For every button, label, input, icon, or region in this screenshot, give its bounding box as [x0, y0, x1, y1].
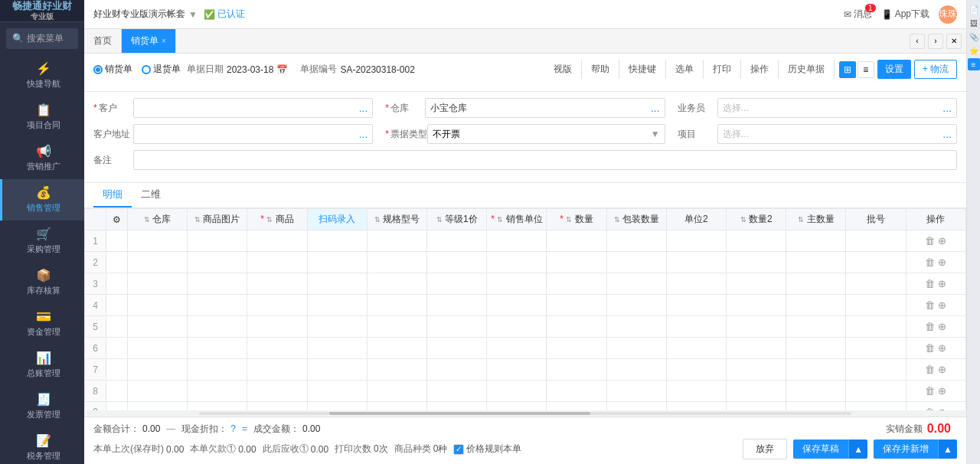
copy-icon[interactable]: ⊕: [938, 257, 946, 268]
sidebar-item-funds[interactable]: 💳 资金管理: [0, 303, 84, 345]
sidebar-item-invoicing[interactable]: 🧾 发票管理: [0, 386, 84, 427]
tab-detail[interactable]: 明细: [93, 183, 132, 207]
tab-next-btn[interactable]: ›: [928, 34, 943, 49]
row-actions[interactable]: 🗑⊕: [906, 295, 965, 316]
tab-prev-btn[interactable]: ‹: [910, 34, 925, 49]
help-icon[interactable]: ?: [230, 423, 236, 434]
sidebar-item-quick-nav[interactable]: ⚡ 快捷导航: [0, 55, 84, 96]
logistics-btn[interactable]: + 物流: [914, 60, 957, 79]
delete-icon[interactable]: 🗑: [925, 321, 935, 332]
row-actions[interactable]: 🗑⊕: [906, 381, 965, 402]
sidebar-item-inventory[interactable]: 📦 库存核算: [0, 262, 84, 303]
row-actions[interactable]: 🗑⊕: [906, 402, 965, 411]
customer-input[interactable]: ...: [133, 98, 373, 118]
salesman-field: 业务员 选择... ...: [678, 98, 957, 118]
scroll-thumb[interactable]: [329, 412, 590, 415]
col-settings[interactable]: ⚙: [106, 209, 128, 230]
delete-icon[interactable]: 🗑: [925, 385, 935, 397]
copy-icon[interactable]: ⊕: [938, 299, 946, 311]
scroll-track[interactable]: [199, 412, 851, 415]
radio-return-order[interactable]: 退货单: [142, 63, 181, 76]
row-actions[interactable]: 🗑⊕: [906, 273, 965, 295]
help-btn[interactable]: 帮助: [586, 60, 614, 79]
tab-home[interactable]: 首页: [84, 29, 122, 53]
tab-sale-order[interactable]: 销货单 ×: [122, 29, 176, 53]
delete-icon[interactable]: 🗑: [925, 278, 935, 289]
amount-total: 金额合计： 0.00: [93, 423, 160, 436]
sidebar-label: 税务管理: [27, 450, 60, 462]
list-view-btn[interactable]: ≡: [858, 61, 874, 78]
row-actions[interactable]: 🗑⊕: [906, 230, 965, 252]
right-panel-icon-4[interactable]: ⭐: [968, 44, 980, 57]
remark-input[interactable]: [133, 150, 957, 170]
warehouse-input[interactable]: 小宝仓库 ...: [425, 98, 665, 118]
sidebar-item-tax[interactable]: 📝 税务管理: [0, 427, 84, 464]
save-new-btn[interactable]: 保存并新增: [874, 439, 938, 459]
col-barcode-scan[interactable]: 扫码录入: [307, 209, 367, 230]
history-btn[interactable]: 历史单据: [783, 60, 829, 79]
sidebar-item-sales[interactable]: 💰 销售管理: [0, 179, 84, 221]
salesman-input[interactable]: 选择... ...: [717, 98, 957, 118]
tab-close-icon[interactable]: ×: [162, 37, 166, 45]
tabbar: 首页 销货单 × ‹ › ✕: [84, 29, 966, 54]
salesman-picker-btn[interactable]: ...: [942, 102, 952, 114]
address-input[interactable]: ...: [133, 124, 373, 144]
abandon-btn[interactable]: 放弃: [743, 439, 787, 459]
operation-btn[interactable]: 操作: [746, 60, 773, 79]
row-actions[interactable]: 🗑⊕: [906, 338, 965, 359]
company-selector[interactable]: 好业财专业版演示帐套 ▼: [93, 8, 198, 21]
right-panel-icon-1[interactable]: 📄: [968, 3, 980, 15]
receivable-info: 此后应收① 0.00: [263, 443, 328, 456]
project-input[interactable]: 选择... ...: [717, 124, 957, 144]
sidebar-search[interactable]: 🔍 搜索菜单: [0, 22, 84, 55]
sidebar-item-purchase[interactable]: 🛒 采购管理: [0, 221, 84, 262]
save-draft-btn[interactable]: 保存草稿: [793, 439, 848, 459]
copy-icon[interactable]: ⊕: [938, 385, 946, 397]
project-picker-btn[interactable]: ...: [942, 128, 952, 140]
copy-icon[interactable]: ⊕: [938, 235, 946, 247]
price-check-checkbox[interactable]: [453, 444, 464, 455]
row-actions[interactable]: 🗑⊕: [906, 359, 965, 381]
tab-close-btn[interactable]: ✕: [946, 34, 962, 49]
right-panel-icon-2[interactable]: 🖼: [968, 17, 980, 29]
save-new-arrow-btn[interactable]: ▲: [938, 439, 957, 459]
search-button[interactable]: 🔍 搜索菜单: [6, 28, 78, 49]
right-panel-icon-5[interactable]: ≡: [968, 58, 980, 70]
delete-icon[interactable]: 🗑: [925, 299, 935, 311]
tab-2d[interactable]: 二维: [132, 183, 170, 207]
settings-btn[interactable]: 设置: [877, 60, 911, 79]
copy-icon[interactable]: ⊕: [938, 342, 946, 354]
delete-icon[interactable]: 🗑: [925, 257, 935, 268]
shortcuts-btn[interactable]: 快捷键: [624, 60, 661, 79]
marketing-icon: 📢: [36, 144, 51, 158]
address-picker-btn[interactable]: ...: [359, 128, 368, 140]
sort-icon7: ⇅: [566, 216, 572, 224]
sidebar-item-marketing[interactable]: 📢 营销推广: [0, 138, 84, 179]
row-actions[interactable]: 🗑⊕: [906, 252, 965, 273]
warehouse-picker-btn[interactable]: ...: [651, 102, 660, 114]
row-actions[interactable]: 🗑⊕: [906, 316, 965, 338]
copy-icon[interactable]: ⊕: [938, 321, 946, 332]
invoice-type-select[interactable]: 不开票 ▼: [427, 124, 665, 144]
select-btn[interactable]: 选单: [671, 60, 698, 79]
messages-btn[interactable]: ✉ 消息 1: [844, 8, 872, 21]
radio-sale-order[interactable]: 销货单: [93, 63, 132, 76]
copy-icon[interactable]: ⊕: [938, 278, 946, 289]
save-draft-arrow-btn[interactable]: ▲: [848, 439, 867, 459]
customer-picker-btn[interactable]: ...: [359, 102, 368, 114]
delete-icon[interactable]: 🗑: [925, 364, 935, 375]
user-avatar[interactable]: 珠珠: [939, 5, 957, 24]
delete-icon[interactable]: 🗑: [925, 342, 935, 354]
price-check[interactable]: 价格规则本单: [453, 443, 521, 456]
sidebar-item-project[interactable]: 📋 项目合同: [0, 96, 84, 138]
grid-view-btn[interactable]: ⊞: [839, 61, 856, 78]
copy-icon[interactable]: ⊕: [938, 364, 946, 375]
print-btn[interactable]: 打印: [708, 60, 736, 79]
view-btn[interactable]: 视版: [549, 60, 577, 79]
calendar-icon[interactable]: 📅: [276, 64, 288, 75]
right-panel-icon-3[interactable]: 📎: [968, 31, 980, 43]
sidebar-item-accounting[interactable]: 📊 总账管理: [0, 345, 84, 386]
delete-icon[interactable]: 🗑: [925, 235, 935, 247]
app-download-btn[interactable]: 📱 App下载: [881, 8, 929, 21]
view-toggle: ⊞ ≡: [839, 60, 874, 79]
